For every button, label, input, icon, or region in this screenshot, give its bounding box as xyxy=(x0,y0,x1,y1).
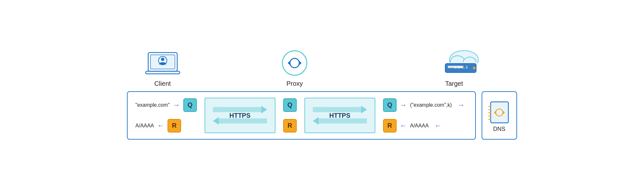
client-q-box: Q xyxy=(183,98,197,112)
target-response-row: R ← A/AAAA ← xyxy=(383,119,442,133)
https-tunnel-2-box: HTTPS xyxy=(304,98,375,133)
svg-rect-17 xyxy=(491,102,508,123)
target-q-box: Q xyxy=(383,98,397,112)
main-flow-box: "example.com" → Q A/AAAA ← R xyxy=(127,91,476,140)
target-icon: ····· 1.1.1.1 xyxy=(425,49,483,77)
tunnel1-response-arrow xyxy=(213,117,267,125)
tunnel2-response-arrow xyxy=(313,117,367,125)
https-tunnel-1: HTTPS xyxy=(205,98,275,133)
target-response-arrow2: ← xyxy=(435,122,442,130)
dns-box: DNS xyxy=(482,91,517,140)
proxy-query-row: Q xyxy=(283,98,297,112)
proxy-icon xyxy=(281,49,308,77)
tunnel2-query-arrow xyxy=(313,106,367,113)
svg-rect-2 xyxy=(146,71,180,74)
client-response-row: A/AAAA ← R xyxy=(135,119,181,133)
https-tunnel-1-box: HTTPS xyxy=(205,98,275,133)
svg-point-5 xyxy=(283,51,307,75)
client-query-text: "example.com" xyxy=(135,102,170,108)
actor-proxy: Proxy xyxy=(213,49,377,87)
target-response-arrow: ← xyxy=(400,122,407,130)
flow-row: "example.com" → Q A/AAAA ← R xyxy=(0,91,644,140)
client-icon xyxy=(145,48,180,77)
client-query-arrow: → xyxy=(173,101,180,109)
proxy-section: Q R xyxy=(277,98,303,133)
target-query-row: Q → ("example.com",k) → xyxy=(383,98,465,112)
proxy-label: Proxy xyxy=(286,80,303,87)
client-r-box: R xyxy=(168,119,181,133)
actors-row: Client Proxy xyxy=(0,48,644,91)
svg-text:1.1.1.1: 1.1.1.1 xyxy=(454,65,468,69)
proxy-q-box: Q xyxy=(283,98,297,112)
svg-point-16 xyxy=(473,67,476,69)
proxy-r-box: R xyxy=(283,119,297,133)
svg-point-4 xyxy=(161,58,164,61)
client-section: "example.com" → Q A/AAAA ← R xyxy=(135,98,203,133)
svg-rect-1 xyxy=(150,55,175,69)
target-response-text: A/AAAA xyxy=(410,123,429,129)
tunnel1-query-arrow xyxy=(213,106,267,113)
client-label: Client xyxy=(154,80,171,87)
proxy-response-row: R xyxy=(283,119,297,133)
target-r-box: R xyxy=(383,119,397,133)
client-response-arrow: ← xyxy=(157,122,164,130)
dns-label: DNS xyxy=(493,126,505,133)
target-query-text: ("example.com",k) xyxy=(410,102,452,108)
svg-marker-7 xyxy=(288,61,290,65)
target-query-arrow2: → xyxy=(457,101,465,109)
target-query-arrow: → xyxy=(400,101,407,109)
dns-icon xyxy=(488,101,511,123)
https-tunnel-2: HTTPS xyxy=(304,98,375,133)
diagram-container: Client Proxy xyxy=(0,0,644,187)
client-response-text: A/AAAA xyxy=(135,123,154,129)
actor-target: ····· 1.1.1.1 Target xyxy=(377,49,532,87)
target-section: Q → ("example.com",k) → R ← A/AAAA ← xyxy=(377,98,467,133)
client-query-row: "example.com" → Q xyxy=(135,98,197,112)
target-label: Target xyxy=(445,80,463,87)
actor-client: Client xyxy=(113,48,213,87)
